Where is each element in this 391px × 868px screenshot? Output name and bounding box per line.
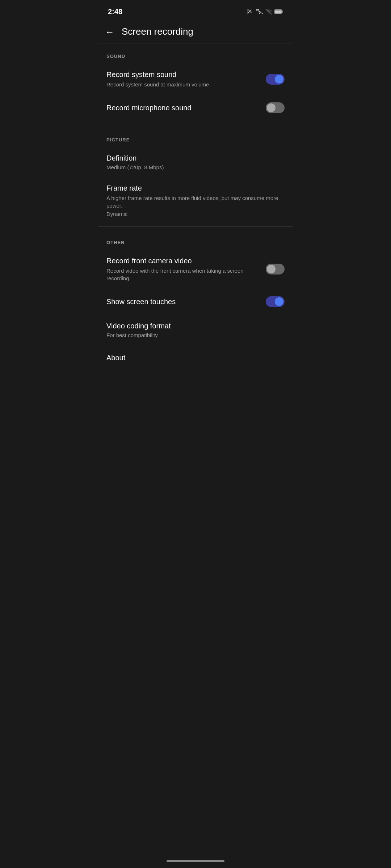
frame-rate-title: Frame rate xyxy=(106,183,279,193)
other-section: OTHER Record front camera video Record v… xyxy=(98,230,293,371)
record-front-camera-toggle[interactable] xyxy=(266,264,285,275)
definition-title: Definition xyxy=(106,153,279,163)
status-icons xyxy=(246,8,283,15)
record-system-sound-title: Record system sound xyxy=(106,70,260,79)
signal-icon xyxy=(266,8,272,15)
picture-section-label: PICTURE xyxy=(98,127,293,147)
wifi-icon xyxy=(256,9,264,14)
page-title: Screen recording xyxy=(122,26,193,37)
other-section-label: OTHER xyxy=(98,230,293,250)
frame-rate-row[interactable]: Frame rate A higher frame rate results i… xyxy=(98,177,293,224)
definition-value: Medium (720p, 8 Mbps) xyxy=(106,164,279,170)
video-coding-format-value: For best compatibility xyxy=(106,332,279,338)
status-bar: 2:48 xyxy=(98,0,293,20)
picture-divider xyxy=(98,226,293,227)
status-time: 2:48 xyxy=(108,8,122,16)
record-system-sound-subtitle: Record system sound at maximum volume. xyxy=(106,81,260,88)
svg-rect-3 xyxy=(275,10,281,13)
record-microphone-sound-row[interactable]: Record microphone sound xyxy=(98,95,293,121)
video-coding-format-title: Video coding format xyxy=(106,321,279,331)
about-title: About xyxy=(106,353,279,362)
definition-row[interactable]: Definition Medium (720p, 8 Mbps) xyxy=(98,147,293,177)
back-button[interactable]: ← xyxy=(105,27,114,37)
about-row[interactable]: About xyxy=(98,345,293,371)
page-header: ← Screen recording xyxy=(98,20,293,43)
sound-divider xyxy=(98,124,293,124)
toggle-thumb xyxy=(275,75,283,84)
svg-rect-2 xyxy=(282,10,283,13)
show-screen-touches-title: Show screen touches xyxy=(106,297,260,306)
sound-section-label: SOUND xyxy=(98,43,293,63)
record-front-camera-row[interactable]: Record front camera video Record video w… xyxy=(98,250,293,289)
record-microphone-sound-title: Record microphone sound xyxy=(106,103,260,112)
battery-icon xyxy=(274,8,283,15)
frame-rate-subtitle: A higher frame rate results in more flui… xyxy=(106,194,279,209)
record-system-sound-row[interactable]: Record system sound Record system sound … xyxy=(98,63,293,95)
record-front-camera-subtitle: Record video with the front camera when … xyxy=(106,267,260,282)
frame-rate-value: Dynamic xyxy=(106,211,279,217)
toggle-thumb xyxy=(267,103,276,112)
sound-section: SOUND Record system sound Record system … xyxy=(98,43,293,121)
toggle-thumb xyxy=(267,265,276,273)
mute-icon xyxy=(246,8,253,15)
video-coding-format-row[interactable]: Video coding format For best compatibili… xyxy=(98,315,293,345)
record-microphone-sound-toggle[interactable] xyxy=(266,102,285,113)
show-screen-touches-toggle[interactable] xyxy=(266,296,285,307)
picture-section: PICTURE Definition Medium (720p, 8 Mbps)… xyxy=(98,127,293,224)
toggle-thumb xyxy=(275,297,283,306)
record-system-sound-toggle[interactable] xyxy=(266,74,285,85)
show-screen-touches-row[interactable]: Show screen touches xyxy=(98,289,293,315)
record-front-camera-title: Record front camera video xyxy=(106,256,260,265)
